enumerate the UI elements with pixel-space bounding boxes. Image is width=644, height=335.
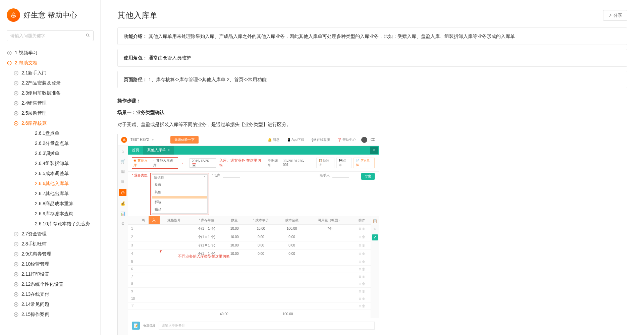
nav-2-1[interactable]: 2.1新手入门 <box>13 68 94 78</box>
nav-2-5[interactable]: 2.5采购管理 <box>13 108 94 118</box>
nav-2-9[interactable]: 2.9优惠券管理 <box>13 249 94 259</box>
th: 数量 <box>225 216 245 225</box>
nav-2-12[interactable]: 2.12系统个性化设置 <box>13 279 94 289</box>
gear-icon: ⚙ <box>120 221 125 226</box>
nav-2-6-5[interactable]: 2.6.5成本调整单 <box>27 169 94 179</box>
th: * 成本单价 <box>245 216 277 225</box>
search-input[interactable] <box>7 30 94 41</box>
ss-memo-row: 📝 备注信息 请输入单据备注 <box>128 318 379 333</box>
ss-warehouse-label: * 仓库 <box>212 173 221 178</box>
arrow-icon: ← <box>181 160 186 166</box>
plus-icon <box>13 282 19 287</box>
table-row: 3个(1 = 1 个)10.000.000.00⊕ 🗑 <box>128 241 371 249</box>
share-icon: ↗ <box>608 13 612 18</box>
plus-icon <box>13 241 19 247</box>
nav-2-6[interactable]: 2.6库存核算 <box>13 118 94 128</box>
nav-2-3[interactable]: 2.3使用前数据准备 <box>13 88 94 98</box>
box-icon: ▦ <box>120 169 125 174</box>
brand-logo: ♨ 好生意 帮助中心 <box>7 8 94 22</box>
sidebar: ♨ 好生意 帮助中心 1.视频学习 2.帮助文档 2.1新手入门 2.2产品安装… <box>0 0 101 335</box>
ss-sidetools: 📋 ✎ ⤢ <box>371 216 379 318</box>
role-box: 使用角色： 通常由仓管人员维护 <box>117 49 627 66</box>
path-box: 页面路径： 1、库存核算->库存管理->其他入库单 2、首页->常用功能 <box>117 71 627 88</box>
home-icon: ⌂ <box>120 149 125 154</box>
nav-2-6-7[interactable]: 2.6.7其他出库单 <box>27 189 94 199</box>
search-icon[interactable] <box>86 33 90 39</box>
nav-2-6-3[interactable]: 2.6.3调拨单 <box>27 149 94 159</box>
nav-label: 2.7资金管理 <box>21 231 47 237</box>
ss-user: CC <box>371 138 375 142</box>
table-row: 9⊕ 🗑 <box>128 287 371 295</box>
ss-dropdown: 请选择˅ <box>152 174 208 181</box>
ss-dd-item: 其他 <box>152 188 207 196</box>
table-row: 6⊕ 🗑 <box>128 265 371 273</box>
nav-2-6-2[interactable]: 2.6.2分量盘点单 <box>27 138 94 149</box>
ss-link-app: 📱 App下载 <box>285 137 306 142</box>
steps-label: 操作步骤： <box>117 97 627 105</box>
ss-tabs: 首页 其他入库单× × <box>128 146 379 155</box>
nav-label: 2.12系统个性化设置 <box>21 281 63 287</box>
ss-docno: JC-20191226-001 <box>283 159 310 167</box>
nav-help-docs[interactable]: 2.帮助文档 <box>7 58 94 68</box>
nav-label: 2.1新手入门 <box>21 70 47 76</box>
ss-dd-item: 赠品 <box>152 206 207 213</box>
ss-form-row1: ◉ 其他入库 ○ 其他入库退库 ← 2019-12-26 📅 入库、退货业务 在… <box>128 155 379 172</box>
nav-label: 2.15操作案例 <box>21 312 49 318</box>
nav-2-10[interactable]: 2.10经营管理 <box>13 259 94 269</box>
nav-2-6-4[interactable]: 2.6.4组装拆卸单 <box>27 159 94 169</box>
table-row: 7⊕ 🗑 <box>128 273 371 280</box>
ss-annotation-box2: 请选择˅ 盘盈 其他 拆装 赠品 <box>150 173 209 215</box>
nav-label: 2.13在线支付 <box>21 291 49 297</box>
th: 操作 <box>353 216 371 225</box>
nav-video[interactable]: 1.视频学习 <box>7 48 94 58</box>
plus-icon <box>13 272 19 277</box>
ss-dd-item <box>152 196 207 199</box>
nav-label: 2.8手机旺铺 <box>21 241 47 247</box>
search-wrap <box>7 30 94 41</box>
nav-2-4[interactable]: 2.4销售管理 <box>13 98 94 108</box>
ss-chip2: 💾 保存 <box>336 158 352 168</box>
plus-icon <box>13 70 19 76</box>
nav-2-6-8[interactable]: 2.6.8商品成本重算 <box>27 199 94 209</box>
ss-avatar-icon <box>361 137 367 143</box>
minus-icon <box>7 60 12 66</box>
chart-icon: 📊 <box>120 211 125 216</box>
ss-chip3: 📄 历史单据 <box>354 158 375 168</box>
ss-link-msg: 🔔 消息 <box>266 137 281 142</box>
nav-2-8[interactable]: 2.8手机旺铺 <box>13 239 94 249</box>
ss-annotation-box1: ◉ 其他入库 ○ 其他入库退库 <box>132 157 178 169</box>
share-button[interactable]: ↗ 分享 <box>603 10 627 21</box>
ss-radio-return: ○ 其他入库退库 <box>153 158 176 168</box>
intro-label: 功能介绍： <box>124 34 147 39</box>
embedded-screenshot: ♨ TEST-HSY2 ▾ 邀请体验一下 🔔 消息 📱 App下载 💬 在线客服… <box>117 134 379 335</box>
nav-tree: 1.视频学习 2.帮助文档 2.1新手入门 2.2产品安装及登录 2.3使用前数… <box>7 48 94 320</box>
nav-2-13[interactable]: 2.13在线支付 <box>13 289 94 299</box>
ss-invite-button: 邀请体验一下 <box>170 136 199 144</box>
ss-dd-item: 盘盈 <box>152 181 207 188</box>
plus-icon <box>13 292 19 297</box>
nav-2-2[interactable]: 2.2产品安装及登录 <box>13 78 94 88</box>
ss-biztype-label: * 业务类型 <box>132 173 148 178</box>
ss-totals: 40.00 100.00 <box>128 310 371 318</box>
nav-2-6-10[interactable]: 2.6.10库存账本错了怎么办 <box>27 219 94 229</box>
ss-table-area: 商 入 规格型号 * 库存单位 数量 * 成本单价 成本金额 可用量（帐面） 操 <box>128 216 371 318</box>
ss-export-button: 导出 <box>361 173 375 180</box>
th <box>128 216 138 225</box>
intro-box: 功能介绍： 其他入库单用来处理除采购入库、产成品入库之外的其他入库业务，因此其他… <box>117 27 627 45</box>
nav-2-7[interactable]: 2.7资金管理 <box>13 229 94 239</box>
ss-logo-icon: ♨ <box>121 137 127 143</box>
nav-2-14[interactable]: 2.14常见问题 <box>13 299 94 310</box>
plus-icon <box>13 312 19 317</box>
nav-2-6-1[interactable]: 2.6.1盘点单 <box>27 128 94 138</box>
logo-icon: ♨ <box>7 8 20 22</box>
plus-icon <box>13 231 19 237</box>
nav-2-15[interactable]: 2.15操作案例 <box>13 310 94 320</box>
nav-2-6-9[interactable]: 2.6.9库存账本查询 <box>27 209 94 219</box>
nav-label: 2.4销售管理 <box>21 100 47 106</box>
th: * 库存单位 <box>189 216 225 225</box>
ss-footer: 放弃 保存草稿 保存 ▾ <box>128 333 379 335</box>
nav-label: 2.11打印设置 <box>21 271 49 277</box>
nav-2-6-6[interactable]: 2.6.6其他入库单 <box>27 179 94 189</box>
nav-2-11[interactable]: 2.11打印设置 <box>13 269 94 279</box>
scene1-text: 对于受赠、盘盈或是拆装入库等不同的业务，是通过单据头【业务类型】进行区分。 <box>117 120 627 129</box>
